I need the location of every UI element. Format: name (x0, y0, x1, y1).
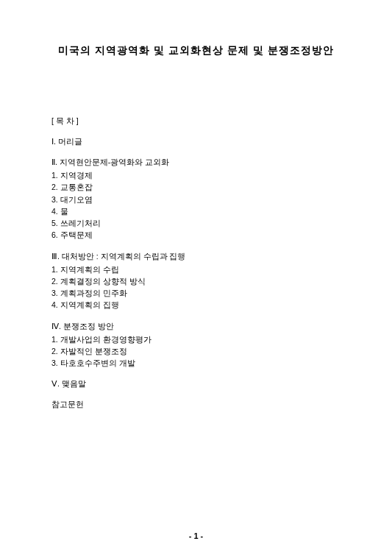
section-3-item: 1. 지역계획의 수립 (51, 264, 341, 275)
page-number: - 1 - (0, 531, 392, 540)
section-3-item: 3. 계획과정의 민주화 (51, 287, 341, 299)
section-2-heading: Ⅱ. 지역현안문제-광역화와 교외화 (51, 158, 341, 168)
section-5-heading: Ⅴ. 맺음말 (51, 379, 341, 389)
section-4-item: 2. 자발적인 분쟁조정 (51, 345, 341, 357)
section-2-item: 4. 물 (51, 205, 341, 217)
section-1-heading: Ⅰ. 머리글 (51, 137, 341, 147)
section-2-item: 1. 지역경제 (51, 169, 341, 181)
section-4-heading: Ⅳ. 분쟁조정 방안 (51, 322, 341, 332)
section-4-item: 1. 개발사업의 환경영향평가 (51, 333, 341, 345)
section-3-item: 2. 계획결정의 상향적 방식 (51, 275, 341, 287)
section-6-heading: 참고문헌 (51, 400, 341, 410)
toc-label: [ 목 차 ] (51, 116, 341, 127)
document-title: 미국의 지역광역화 및 교외화현상 문제 및 분쟁조정방안 (51, 44, 341, 57)
section-2-item: 3. 대기오염 (51, 194, 341, 205)
section-3-heading: Ⅲ. 대처방안 : 지역계획의 수립과 집행 (51, 252, 341, 262)
section-2-item: 2. 교통혼잡 (51, 181, 341, 193)
section-2-item: 6. 주택문제 (51, 229, 341, 241)
section-3-item: 4. 지역계획의 집행 (51, 299, 341, 311)
section-4-item: 3. 타호호수주변의 개발 (51, 357, 341, 369)
section-2-item: 5. 쓰레기처리 (51, 217, 341, 229)
